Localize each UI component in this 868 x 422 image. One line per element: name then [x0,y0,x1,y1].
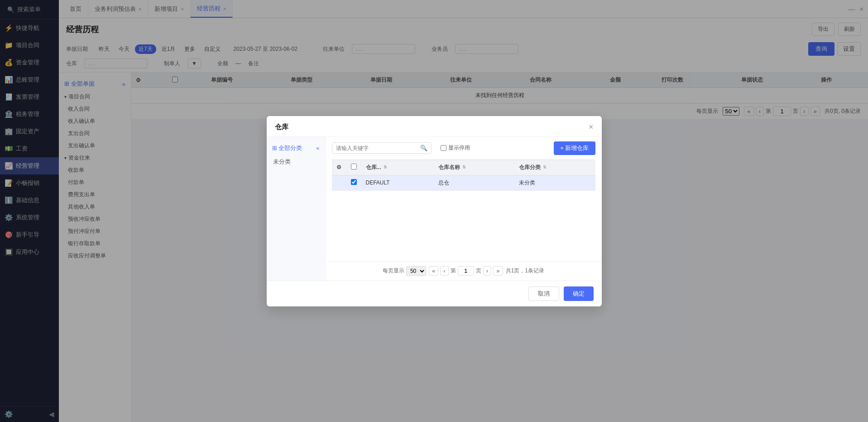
modal-close-button[interactable]: × [589,122,594,132]
modal-th-settings[interactable]: ⚙ [332,160,346,175]
warehouse-modal: 仓库 × ⊞ 全部分类 « 未分类 [267,116,602,306]
modal-pagination: 每页显示 50 « ‹ 第 页 › » 共1页，1条记录 [326,261,602,281]
modal-select-all[interactable] [351,164,357,170]
modal-per-page: 每页显示 50 [383,266,426,276]
sort-arrows-code: ⇅ [384,165,387,170]
modal-page-label: 第 [451,267,456,275]
modal-th-code[interactable]: 仓库... ⇅ [361,160,434,175]
modal-th-category[interactable]: 仓库分类 ⇅ [514,160,595,175]
modal-page-end: 页 [476,267,481,275]
modal-right: 🔍 显示停用 + 新增仓库 ⚙ [326,137,602,281]
sort-arrows-category: ⇅ [543,165,547,170]
modal-first-page[interactable]: « [429,266,438,276]
modal-left-item-uncategorized[interactable]: 未分类 [267,155,325,169]
show-disabled-checkbox[interactable] [441,145,446,151]
modal-cancel-button[interactable]: 取消 [528,286,559,301]
modal-per-page-select[interactable]: 50 [406,266,426,276]
modal-table: ⚙ 仓库... ⇅ 仓库名称 ⇅ [332,160,595,191]
modal-table-wrap: ⚙ 仓库... ⇅ 仓库名称 ⇅ [332,160,595,259]
modal-left-collapse-icon[interactable]: « [316,145,319,151]
modal-header: 仓库 × [267,116,602,137]
add-warehouse-button[interactable]: + 新增仓库 [554,141,595,155]
row-checkbox[interactable] [351,179,357,185]
modal-page-input[interactable] [458,266,474,276]
modal-search-icon[interactable]: 🔍 [420,145,427,151]
modal-th-name[interactable]: 仓库名称 ⇅ [434,160,514,175]
modal-footer: 取消 确定 [267,281,602,306]
modal-body: ⊞ 全部分类 « 未分类 🔍 [267,137,602,281]
row-check[interactable] [346,175,361,190]
modal-search-field[interactable]: 🔍 [332,142,432,154]
modal-prev-page[interactable]: ‹ [440,266,448,276]
modal-search-input[interactable] [336,145,418,151]
sort-arrows-name: ⇅ [462,165,466,170]
row-name: 总仓 [434,175,514,190]
row-category: 未分类 [514,175,595,190]
modal-last-page[interactable]: » [493,266,503,276]
modal-page-nav: « ‹ 第 页 › » [429,266,503,276]
modal-left-header-label: ⊞ 全部分类 [272,144,302,152]
modal-per-page-label: 每页显示 [383,267,404,275]
modal-overlay: 仓库 × ⊞ 全部分类 « 未分类 [0,0,868,422]
row-code: DEFAULT [361,175,434,190]
modal-next-page[interactable]: › [483,266,491,276]
show-disabled-label: 显示停用 [441,144,470,152]
modal-confirm-button[interactable]: 确定 [564,286,594,301]
modal-left-panel: ⊞ 全部分类 « 未分类 [267,137,326,281]
modal-toolbar: 🔍 显示停用 + 新增仓库 [326,137,602,160]
modal-table-row[interactable]: DEFAULT 总仓 未分类 [332,175,595,190]
modal-th-check[interactable] [346,160,361,175]
modal-total-records: 共1页，1条记录 [506,267,544,275]
modal-left-grid-icon: ⊞ [272,145,277,151]
modal-left-header[interactable]: ⊞ 全部分类 « [267,141,325,155]
modal-title: 仓库 [275,123,288,131]
row-settings [332,175,346,190]
